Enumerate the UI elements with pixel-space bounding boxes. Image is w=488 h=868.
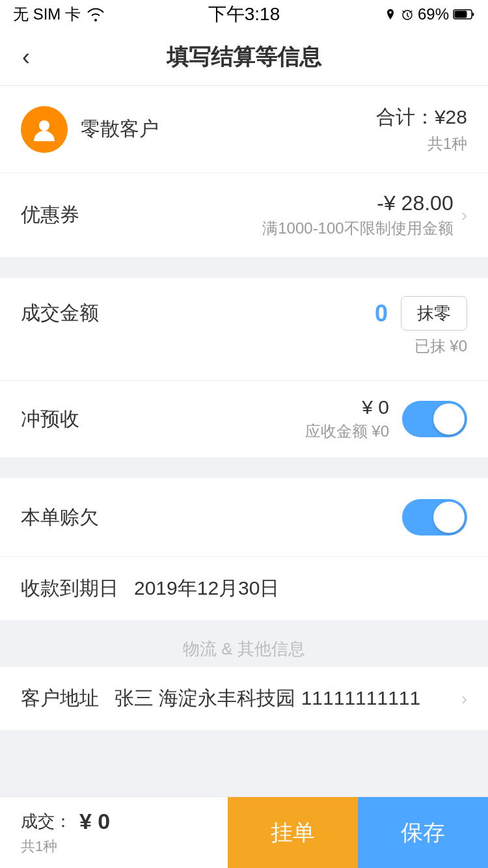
toggle-knob — [433, 403, 465, 435]
prepay-row: 冲预收 ¥ 0 应收金额 ¥0 — [0, 380, 488, 457]
customer-name: 零散客户 — [81, 116, 159, 142]
status-bar-right: 69% — [384, 5, 475, 23]
debt-toggle[interactable] — [402, 499, 467, 536]
prepay-right: ¥ 0 应收金额 ¥0 — [305, 396, 467, 442]
main-content: 零散客户 合计：¥28 共1种 优惠券 -¥ 28.00 满1000-100不限… — [0, 86, 488, 868]
prepay-receivable: 应收金额 ¥0 — [305, 421, 389, 442]
person-icon — [30, 115, 59, 144]
amount-section: 成交金额 0 抹零 已抹 ¥0 — [0, 278, 488, 380]
logistics-divider: 物流 & 其他信息 — [0, 631, 488, 667]
amount-row: 成交金额 0 抹零 — [21, 296, 467, 331]
logistics-label: 物流 & 其他信息 — [183, 638, 305, 660]
bottom-summary-top: 成交： ¥ 0 — [21, 809, 207, 834]
customer-card: 零散客户 合计：¥28 共1种 优惠券 -¥ 28.00 满1000-100不限… — [0, 86, 488, 257]
debt-section: 本单赊欠 — [0, 478, 488, 556]
bottom-summary: 成交： ¥ 0 共1种 — [0, 809, 228, 856]
coupon-discount: -¥ 28.00 — [262, 191, 453, 215]
amount-label: 成交金额 — [21, 300, 99, 327]
debt-label: 本单赊欠 — [21, 504, 99, 531]
address-section[interactable]: 客户地址 张三 海淀永丰科技园 11111111111 › — [0, 667, 488, 730]
coupon-label: 优惠券 — [21, 202, 79, 228]
divider-2 — [0, 468, 488, 478]
prepay-amount: ¥ 0 — [305, 396, 389, 418]
back-button[interactable]: ‹ — [16, 37, 36, 77]
address-chevron-icon: › — [461, 688, 467, 709]
page-title: 填写结算等信息 — [167, 42, 321, 72]
save-button[interactable]: 保存 — [358, 797, 488, 869]
bottom-summary-count: 共1种 — [21, 837, 207, 856]
divider-1 — [0, 267, 488, 278]
amount-card: 成交金额 0 抹零 已抹 ¥0 冲预收 ¥ 0 应收金额 ¥0 — [0, 278, 488, 457]
customer-left: 零散客户 — [21, 106, 159, 153]
due-date-row: 收款到期日 2019年12月30日 — [21, 575, 467, 602]
debt-toggle-knob — [433, 502, 465, 533]
customer-row: 零散客户 合计：¥28 共1种 — [0, 86, 488, 172]
svg-rect-2 — [455, 11, 467, 18]
prepay-label: 冲预收 — [21, 406, 79, 433]
address-label: 客户地址 — [21, 685, 99, 712]
amount-right: 0 抹零 — [375, 296, 467, 331]
carrier-text: 无 SIM 卡 — [13, 4, 81, 25]
address-value: 张三 海淀永丰科技园 11111111111 — [115, 685, 461, 712]
bottom-buttons: 挂单 保存 — [228, 797, 488, 869]
due-date-label: 收款到期日 — [21, 575, 118, 602]
svg-point-3 — [39, 120, 49, 131]
prepay-toggle[interactable] — [402, 401, 467, 437]
wifi-icon — [86, 7, 105, 21]
coupon-info: -¥ 28.00 满1000-100不限制使用金额 — [262, 191, 453, 239]
bottom-summary-amount: ¥ 0 — [79, 809, 110, 834]
prepay-info: ¥ 0 应收金额 ¥0 — [305, 396, 389, 442]
bottom-summary-label: 成交： — [21, 810, 72, 833]
battery-text: 69% — [418, 5, 449, 23]
coupon-desc: 满1000-100不限制使用金额 — [262, 218, 453, 239]
battery-icon — [453, 8, 475, 20]
bottom-bar: 成交： ¥ 0 共1种 挂单 保存 — [0, 796, 488, 868]
alarm-icon — [401, 8, 414, 21]
location-icon — [384, 8, 397, 21]
amount-sub: 已抹 ¥0 — [21, 336, 467, 370]
round-zero-button[interactable]: 抹零 — [401, 296, 467, 331]
address-card: 客户地址 张三 海淀永丰科技园 11111111111 › — [0, 667, 488, 730]
status-bar-left: 无 SIM 卡 — [13, 4, 105, 25]
coupon-row[interactable]: 优惠券 -¥ 28.00 满1000-100不限制使用金额 › — [0, 172, 488, 257]
nav-bar: ‹ 填写结算等信息 — [0, 29, 488, 86]
total-count: 共1种 — [376, 133, 467, 154]
customer-right: 合计：¥28 共1种 — [376, 104, 467, 154]
hold-button[interactable]: 挂单 — [228, 797, 358, 869]
chevron-right-icon: › — [461, 205, 467, 226]
due-date-section: 收款到期日 2019年12月30日 — [0, 556, 488, 620]
coupon-right: -¥ 28.00 满1000-100不限制使用金额 › — [262, 191, 467, 239]
status-bar: 无 SIM 卡 下午3:18 69% — [0, 0, 488, 29]
amount-value[interactable]: 0 — [375, 300, 388, 327]
status-bar-time: 下午3:18 — [208, 2, 280, 27]
due-date-value[interactable]: 2019年12月30日 — [134, 575, 279, 602]
debt-card: 本单赊欠 收款到期日 2019年12月30日 — [0, 478, 488, 620]
customer-avatar — [21, 106, 68, 153]
total-price: 合计：¥28 — [376, 104, 467, 131]
